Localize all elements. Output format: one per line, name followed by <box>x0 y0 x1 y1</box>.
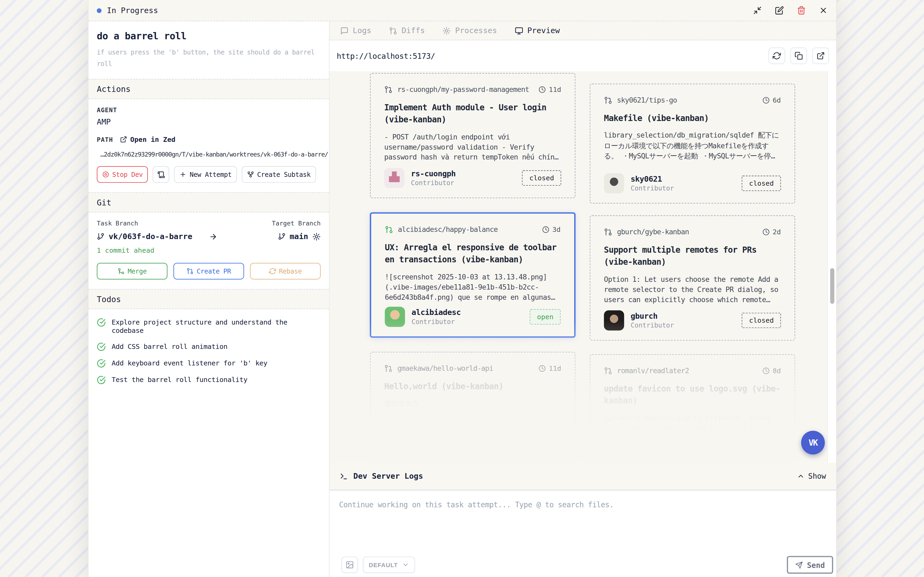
git-branch-icon <box>278 233 286 241</box>
avatar <box>385 307 405 327</box>
followup-input[interactable] <box>339 500 827 551</box>
card-repo: rs-cuongph/my-password-management <box>397 85 534 94</box>
image-icon <box>346 561 354 569</box>
tab-diffs[interactable]: Diffs <box>389 26 425 35</box>
todo-item: Add keyboard event listener for 'b' key <box>97 359 321 368</box>
dev-server-logs-bar: Dev Server Logs Show <box>330 463 836 489</box>
task-card[interactable]: sky0621/tips-go 6d Makefile (vibe-kanban… <box>590 84 795 203</box>
author-name: gburch <box>631 311 674 320</box>
git-section-header: Git <box>89 192 329 213</box>
close-button[interactable] <box>819 6 828 15</box>
check-circle-icon <box>97 318 106 327</box>
clock-icon <box>762 228 770 235</box>
card-title: Support multiple remotes for PRs (vibe-k… <box>604 244 781 268</box>
pull-request-icon <box>604 96 612 105</box>
task-card[interactable]: rs-cuongph/my-password-management 11d Im… <box>370 73 576 198</box>
dev-server-logs-label: Dev Server Logs <box>354 472 423 480</box>
clock-icon <box>539 365 546 372</box>
gear-icon <box>443 26 451 35</box>
card-repo: romanlv/readlater2 <box>617 367 758 375</box>
avatar <box>604 310 624 331</box>
edit-task-button[interactable] <box>775 6 784 15</box>
fork-icon <box>247 171 254 179</box>
card-title: Makefile (vibe-kanban) <box>604 112 781 124</box>
check-circle-icon <box>97 376 106 385</box>
card-description: - POST /auth/login endpoint với username… <box>384 132 561 163</box>
tab-processes[interactable]: Processes <box>443 26 497 35</box>
task-card[interactable]: romanlv/readlater2 8d update favicon to … <box>590 354 795 463</box>
rebase-refresh-icon <box>269 268 276 275</box>
check-circle-icon <box>97 359 106 368</box>
pull-request-icon <box>187 268 194 275</box>
pull-request-icon <box>384 364 393 372</box>
pull-request-icon <box>604 228 612 236</box>
send-button[interactable]: Send <box>787 556 833 574</box>
card-repo: gmaekawa/hello-world-api <box>397 364 534 372</box>
preview-scrollbar-thumb[interactable] <box>830 268 834 304</box>
edit-icon <box>775 6 784 15</box>
card-description: currently favicon.svg is different, ther… <box>604 413 781 434</box>
profile-select[interactable]: DEFAULT <box>363 556 415 573</box>
status-badge: closed <box>742 313 781 328</box>
task-card-selected[interactable]: alcibiadesc/happy-balance 3d UX: Arregla… <box>370 212 576 338</box>
card-description: 空のタスク <box>384 399 561 409</box>
task-card[interactable]: gmaekawa/hello-world-api 11d Hello,world… <box>370 352 576 463</box>
worktree-path: …2dz0k7n62z93299r0000gn/T/vibe-kanban/wo… <box>97 151 321 158</box>
card-title: UX: Arregla el responsive de toolbar en … <box>385 242 561 266</box>
todo-item: Add CSS barrel roll animation <box>97 342 321 351</box>
clock-icon <box>762 367 770 374</box>
commits-ahead-label: 1 commit ahead <box>97 247 321 255</box>
branch-settings-gear-icon[interactable] <box>312 232 321 241</box>
clock-icon <box>539 86 546 93</box>
card-description: library_selection/db_migration/sqldef 配下… <box>604 131 781 162</box>
delete-task-button[interactable] <box>797 6 806 15</box>
close-icon <box>819 6 828 15</box>
stop-dev-button[interactable]: Stop Dev <box>97 166 148 183</box>
tab-logs[interactable]: Logs <box>340 26 372 35</box>
todos-section-header: Todos <box>89 289 329 309</box>
task-title: do a barrel roll <box>97 30 321 41</box>
stop-icon <box>102 171 109 179</box>
create-pr-button[interactable]: Create PR <box>173 263 244 280</box>
open-in-browser-button[interactable] <box>812 48 829 64</box>
preview-url[interactable]: http://localhost:5173/ <box>337 51 435 60</box>
scroll-icon <box>157 171 165 179</box>
merge-button[interactable]: Merge <box>97 263 167 280</box>
author-role: Contributor <box>631 185 674 192</box>
author-name: rs-cuongph <box>411 169 456 178</box>
dev-logs-script-button[interactable] <box>153 166 170 183</box>
rebase-button[interactable]: Rebase <box>250 263 321 280</box>
avatar <box>384 168 404 188</box>
new-attempt-button[interactable]: New Attempt <box>174 166 237 183</box>
card-repo: sky0621/tips-go <box>617 96 758 105</box>
refresh-preview-button[interactable] <box>768 48 785 64</box>
copy-url-button[interactable] <box>790 48 807 64</box>
author-name: sky0621 <box>631 174 674 183</box>
attach-image-button[interactable] <box>341 556 358 573</box>
trash-icon <box>797 6 806 15</box>
chevron-down-icon <box>402 561 409 569</box>
task-card[interactable]: gburch/gybe-kanban 2d Support multiple r… <box>590 215 795 340</box>
vibe-kanban-widget[interactable]: VK <box>801 431 825 455</box>
tab-preview[interactable]: Preview <box>515 26 560 35</box>
chat-bubble-icon <box>340 26 349 35</box>
external-link-icon <box>120 136 127 143</box>
card-repo: alcibiadesc/happy-balance <box>398 226 537 234</box>
target-branch-label: Target Branch <box>272 220 321 227</box>
card-description: Option 1: Let users choose the remote Ad… <box>604 274 781 305</box>
agent-value: AMP <box>97 118 321 127</box>
target-branch-name: main <box>289 232 308 241</box>
tab-bar: Logs Diffs Processes Preview <box>330 21 836 40</box>
minimize-button[interactable] <box>753 6 762 15</box>
card-repo: gburch/gybe-kanban <box>617 228 758 236</box>
show-logs-toggle[interactable]: Show <box>797 472 826 480</box>
terminal-icon <box>339 472 348 480</box>
open-in-zed-link[interactable]: Open in Zed <box>120 135 175 144</box>
refresh-icon <box>773 52 781 60</box>
task-sidebar: do a barrel roll if users press the 'b' … <box>89 21 330 577</box>
followup-composer: DEFAULT Send <box>330 491 836 577</box>
card-description: ![screenshot 2025-10-03 at 13.13.48.png]… <box>385 272 561 303</box>
create-subtask-button[interactable]: Create Subtask <box>242 166 316 183</box>
author-role: Contributor <box>411 179 456 187</box>
task-branch-label: Task Branch <box>97 220 138 227</box>
